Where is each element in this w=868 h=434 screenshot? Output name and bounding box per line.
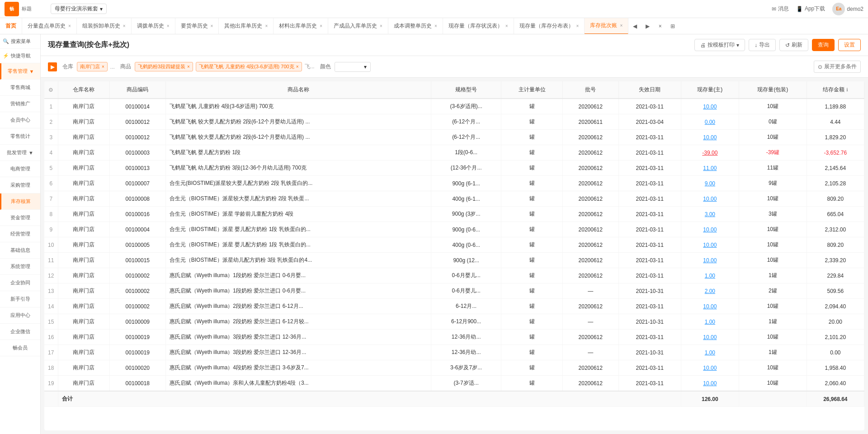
close-icon[interactable]: ×	[211, 24, 213, 28]
settings-icon[interactable]: ⚙	[48, 87, 53, 93]
close-icon[interactable]: ×	[265, 24, 268, 28]
tab-close-all-btn[interactable]: ×	[654, 18, 666, 34]
close-icon[interactable]: ×	[187, 64, 190, 69]
col-qty-main: 现存量(主)	[681, 81, 739, 99]
settings-button[interactable]: 设置	[838, 39, 861, 51]
close-icon[interactable]: ×	[576, 24, 579, 28]
close-icon[interactable]: ×	[434, 24, 437, 28]
sidebar-item-finance[interactable]: 资金管理	[0, 210, 40, 226]
tab-expand-btn[interactable]: ⊞	[666, 18, 679, 34]
tab-zuche[interactable]: 组装拆卸单历史 ×	[77, 18, 132, 34]
tab-next-btn[interactable]: ▶	[641, 18, 654, 34]
cell-qty-main[interactable]: 10.00	[681, 99, 739, 114]
info-icon[interactable]: ℹ	[846, 87, 848, 92]
sidebar-item-retail-mgmt[interactable]: 零售管理 ▼	[0, 63, 40, 80]
tab-cailiao[interactable]: 材料出库单历史 ×	[274, 18, 328, 34]
sidebar-search[interactable]: 🔍 搜索菜单	[0, 34, 40, 49]
cell-qty-main[interactable]: -39.00	[681, 145, 739, 160]
cell-qty-main[interactable]: 10.00	[681, 330, 739, 345]
warehouse-tag[interactable]: 南岸门店 ×	[77, 62, 108, 71]
table-row: 19 南岸门店 00100018 惠氏启赋（Wyeth illuma）亲和人体儿…	[44, 376, 864, 392]
cell-qty-main[interactable]: 1.00	[681, 314, 739, 330]
sidebar-item-marketing[interactable]: 营销推广	[0, 96, 40, 112]
sidebar-item-wholesale[interactable]: 批发管理 ▼	[0, 145, 40, 161]
message-btn[interactable]: ✉ 消息	[772, 5, 789, 13]
account-selector[interactable]: 母婴行业演示账套 ▾	[51, 4, 107, 14]
refresh-button[interactable]: ↺ 刷新	[779, 39, 808, 51]
cell-qty-main[interactable]: 9.00	[681, 176, 739, 191]
sidebar-item-basic-info[interactable]: 基础信息	[0, 242, 40, 259]
close-icon[interactable]: ×	[380, 24, 382, 28]
app-download-btn[interactable]: 📱 App下载	[796, 5, 825, 13]
sidebar-item-member[interactable]: 畅会员	[0, 340, 40, 356]
sidebar-item-ecommerce[interactable]: 电商管理	[0, 161, 40, 177]
sidebar-item-enterprise[interactable]: 企业协同	[0, 275, 40, 291]
cell-qty-main[interactable]: 10.00	[681, 299, 739, 314]
cell-qty-main[interactable]: 1.00	[681, 268, 739, 283]
tab-fenfen[interactable]: 分量盘点单历史 ×	[22, 18, 77, 34]
cell-spec: 1段(0-6...	[431, 145, 501, 160]
tab-chanpin[interactable]: 产成品入库单历史 ×	[328, 18, 388, 34]
tab-diaopai[interactable]: 调拨单历史 ×	[132, 18, 175, 34]
sidebar-item-purchase[interactable]: 采购管理	[0, 177, 40, 193]
cell-qty-main[interactable]: 0.00	[681, 114, 739, 130]
tab-yaohuo[interactable]: 要货单历史 ×	[175, 18, 219, 34]
sidebar-item-inventory[interactable]: 库存核算	[0, 193, 40, 210]
tab-kucunpici[interactable]: 库存批次账 ×	[585, 18, 628, 34]
table-row: 4 南岸门店 00100003 飞鹤星飞帆 婴儿配方奶粉 1段 1段(0-6..…	[44, 145, 864, 160]
tab-chengben[interactable]: 成本调整单历史 ×	[388, 18, 443, 34]
cell-expiry: 2021-10-31	[618, 314, 681, 330]
close-icon[interactable]: ×	[123, 24, 126, 28]
sidebar-item-operations[interactable]: 经营管理	[0, 226, 40, 242]
tab-xianzai1[interactable]: 现存量（库存状况表） ×	[443, 18, 514, 34]
close-icon[interactable]: ×	[320, 24, 322, 28]
tab-qitachuku[interactable]: 其他出库单历史 ×	[219, 18, 274, 34]
cell-qty-main[interactable]: 1.00	[681, 345, 739, 360]
cell-qty-main[interactable]: 2.00	[681, 283, 739, 299]
sidebar-item-appcenter[interactable]: 应用中心	[0, 307, 40, 324]
cell-code: 00100014	[109, 99, 165, 114]
close-icon[interactable]: ×	[167, 24, 170, 28]
goods-tag-1[interactable]: 飞鹤奶粉3段四罐提装 ×	[135, 62, 193, 71]
tab-prev-btn[interactable]: ◀	[628, 18, 641, 34]
close-icon[interactable]: ×	[505, 24, 508, 28]
sidebar-item-retail-stats[interactable]: 零售统计	[0, 128, 40, 145]
cell-code: 00100004	[109, 222, 165, 237]
export-button[interactable]: ↓ 导出	[749, 39, 776, 51]
goods-tag-2[interactable]: 飞鹤星飞帆 儿童奶粉 4段(3-6岁适用) 700克 ×	[196, 62, 302, 71]
cell-qty-pkg: 1罐	[739, 268, 807, 283]
cell-qty-main[interactable]: 11.00	[681, 160, 739, 176]
cell-qty-pkg: 10罐	[739, 130, 807, 145]
cell-warehouse: 南岸门店	[58, 130, 109, 145]
sidebar-item-newguide[interactable]: 新手引导	[0, 291, 40, 307]
cell-qty-main[interactable]: 3.00	[681, 207, 739, 222]
cell-qty-main[interactable]: 10.00	[681, 360, 739, 376]
sidebar-item-retail-store[interactable]: 零售商城	[0, 80, 40, 96]
cell-qty-main[interactable]: 10.00	[681, 130, 739, 145]
expand-conditions-btn[interactable]: ⊙ 展开更多条件	[814, 61, 861, 73]
color-selector[interactable]: ▾	[335, 62, 371, 72]
col-settings[interactable]: ⚙	[44, 81, 58, 99]
sidebar-item-member-center[interactable]: 会员中心	[0, 112, 40, 128]
tab-xianzai2[interactable]: 现存量（库存分布表） ×	[514, 18, 585, 34]
cell-qty-main[interactable]: 10.00	[681, 191, 739, 207]
sidebar-item-weixin[interactable]: 企业微信	[0, 324, 40, 340]
sidebar-item-system[interactable]: 系统管理	[0, 259, 40, 275]
user-avatar[interactable]: Ea demo2	[832, 3, 863, 15]
close-icon[interactable]: ×	[296, 64, 299, 69]
row-number: 16	[44, 330, 58, 345]
sidebar-nav[interactable]: ⚡ 快捷导航	[0, 49, 40, 63]
cell-qty-main[interactable]: 10.00	[681, 253, 739, 268]
expand-arrow-btn[interactable]: ▶	[48, 62, 57, 71]
cell-qty-main[interactable]: 10.00	[681, 376, 739, 392]
close-icon[interactable]: ×	[68, 24, 71, 28]
cell-unit: 罐	[501, 314, 562, 330]
tab-home[interactable]: 首页	[0, 18, 22, 34]
close-icon[interactable]: ×	[102, 64, 104, 69]
cell-qty-main[interactable]: 10.00	[681, 222, 739, 237]
close-icon[interactable]: ×	[620, 23, 623, 28]
cell-qty-main[interactable]: 10.00	[681, 237, 739, 253]
cell-qty-pkg: 10罐	[739, 299, 807, 314]
query-button[interactable]: 查询	[812, 39, 835, 51]
print-button[interactable]: 🖨 按模板打印 ▾	[694, 39, 745, 51]
